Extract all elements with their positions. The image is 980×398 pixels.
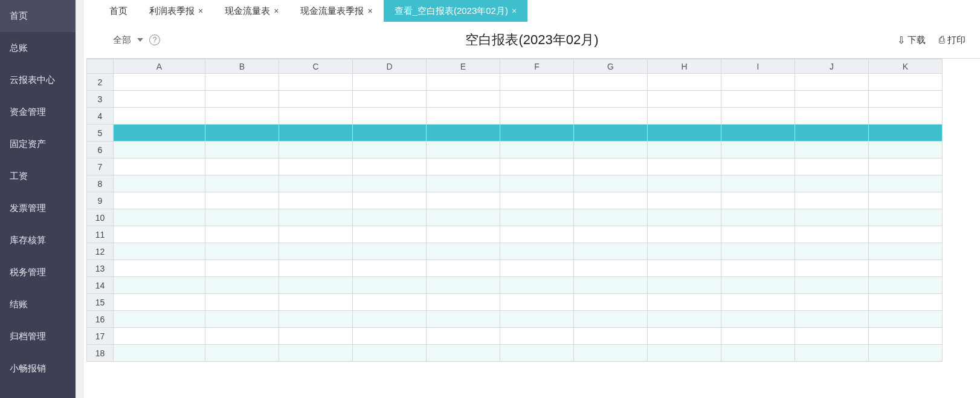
cell[interactable] bbox=[114, 74, 205, 91]
sidebar-item-home[interactable]: 首页 bbox=[0, 0, 79, 32]
cell[interactable] bbox=[279, 345, 353, 362]
cell[interactable] bbox=[205, 277, 279, 294]
cell[interactable] bbox=[279, 175, 353, 192]
cell[interactable] bbox=[205, 192, 279, 209]
row-header[interactable]: 11 bbox=[87, 226, 114, 243]
cell[interactable] bbox=[795, 260, 869, 277]
cell[interactable] bbox=[500, 226, 574, 243]
cell[interactable] bbox=[205, 158, 279, 175]
cell[interactable] bbox=[353, 74, 427, 91]
cell[interactable] bbox=[279, 91, 353, 108]
download-button[interactable]: 下载 bbox=[897, 34, 926, 46]
tab[interactable]: 利润表季报× bbox=[138, 0, 214, 22]
cell[interactable] bbox=[353, 192, 427, 209]
cell[interactable] bbox=[648, 142, 721, 158]
cell[interactable] bbox=[869, 91, 943, 108]
cell[interactable] bbox=[869, 243, 943, 260]
cell[interactable] bbox=[574, 226, 648, 243]
cell[interactable] bbox=[353, 158, 427, 175]
cell[interactable] bbox=[114, 243, 205, 260]
cell[interactable] bbox=[500, 91, 574, 108]
tab[interactable]: 查看_空白报表(2023年02月)× bbox=[384, 0, 528, 22]
cell[interactable] bbox=[500, 243, 574, 260]
cell[interactable] bbox=[114, 294, 205, 311]
cell[interactable] bbox=[279, 192, 353, 209]
cell[interactable] bbox=[205, 260, 279, 277]
cell[interactable] bbox=[205, 294, 279, 311]
cell[interactable] bbox=[721, 209, 795, 226]
cell[interactable] bbox=[205, 345, 279, 362]
cell[interactable] bbox=[721, 192, 795, 209]
cell[interactable] bbox=[869, 108, 943, 125]
cell[interactable] bbox=[574, 192, 648, 209]
cell[interactable] bbox=[353, 243, 427, 260]
cell[interactable] bbox=[205, 328, 279, 345]
cell[interactable] bbox=[279, 108, 353, 125]
cell[interactable] bbox=[114, 142, 205, 158]
cell[interactable] bbox=[500, 74, 574, 91]
cell[interactable] bbox=[279, 142, 353, 158]
cell[interactable] bbox=[574, 260, 648, 277]
cell[interactable] bbox=[279, 125, 353, 142]
cell[interactable] bbox=[721, 243, 795, 260]
cell[interactable] bbox=[427, 158, 500, 175]
cell[interactable] bbox=[427, 277, 500, 294]
cell[interactable] bbox=[114, 277, 205, 294]
cell[interactable] bbox=[279, 209, 353, 226]
row-header[interactable]: 17 bbox=[87, 328, 114, 345]
sidebar-item-salary[interactable]: 工资 bbox=[0, 160, 79, 192]
cell[interactable] bbox=[574, 158, 648, 175]
cell[interactable] bbox=[353, 91, 427, 108]
cell[interactable] bbox=[648, 74, 721, 91]
sidebar-item-report-center[interactable]: 云报表中心 bbox=[0, 64, 79, 96]
cell[interactable] bbox=[353, 277, 427, 294]
cell[interactable] bbox=[648, 243, 721, 260]
cell[interactable] bbox=[500, 345, 574, 362]
cell[interactable] bbox=[279, 74, 353, 91]
cell[interactable] bbox=[721, 74, 795, 91]
cell[interactable] bbox=[353, 142, 427, 158]
cell[interactable] bbox=[427, 260, 500, 277]
row-header[interactable]: 10 bbox=[87, 209, 114, 226]
cell[interactable] bbox=[648, 277, 721, 294]
cell[interactable] bbox=[574, 294, 648, 311]
sidebar-item-tax[interactable]: 税务管理 bbox=[0, 256, 79, 289]
cell[interactable] bbox=[795, 294, 869, 311]
cell[interactable] bbox=[114, 226, 205, 243]
cell[interactable] bbox=[574, 243, 648, 260]
cell[interactable] bbox=[353, 175, 427, 192]
row-header[interactable]: 3 bbox=[87, 91, 114, 108]
cell[interactable] bbox=[500, 209, 574, 226]
cell[interactable] bbox=[500, 311, 574, 328]
cell[interactable] bbox=[500, 125, 574, 142]
cell[interactable] bbox=[427, 311, 500, 328]
cell[interactable] bbox=[574, 345, 648, 362]
cell[interactable] bbox=[279, 277, 353, 294]
cell[interactable] bbox=[721, 294, 795, 311]
cell[interactable] bbox=[869, 175, 943, 192]
column-header[interactable]: F bbox=[500, 59, 574, 74]
column-header[interactable]: C bbox=[279, 59, 353, 74]
cell[interactable] bbox=[279, 260, 353, 277]
cell[interactable] bbox=[648, 192, 721, 209]
cell[interactable] bbox=[353, 108, 427, 125]
cell[interactable] bbox=[500, 277, 574, 294]
cell[interactable] bbox=[427, 125, 500, 142]
cell[interactable] bbox=[114, 108, 205, 125]
cell[interactable] bbox=[114, 175, 205, 192]
cell[interactable] bbox=[427, 142, 500, 158]
cell[interactable] bbox=[500, 328, 574, 345]
cell[interactable] bbox=[427, 91, 500, 108]
cell[interactable] bbox=[114, 260, 205, 277]
cell[interactable] bbox=[795, 175, 869, 192]
cell[interactable] bbox=[795, 209, 869, 226]
cell[interactable] bbox=[869, 294, 943, 311]
sidebar-item-fixed-assets[interactable]: 固定资产 bbox=[0, 128, 79, 160]
row-header[interactable]: 4 bbox=[87, 108, 114, 125]
cell[interactable] bbox=[869, 277, 943, 294]
cell[interactable] bbox=[869, 142, 943, 158]
cell[interactable] bbox=[279, 294, 353, 311]
cell[interactable] bbox=[869, 345, 943, 362]
cell[interactable] bbox=[721, 277, 795, 294]
cell[interactable] bbox=[648, 175, 721, 192]
